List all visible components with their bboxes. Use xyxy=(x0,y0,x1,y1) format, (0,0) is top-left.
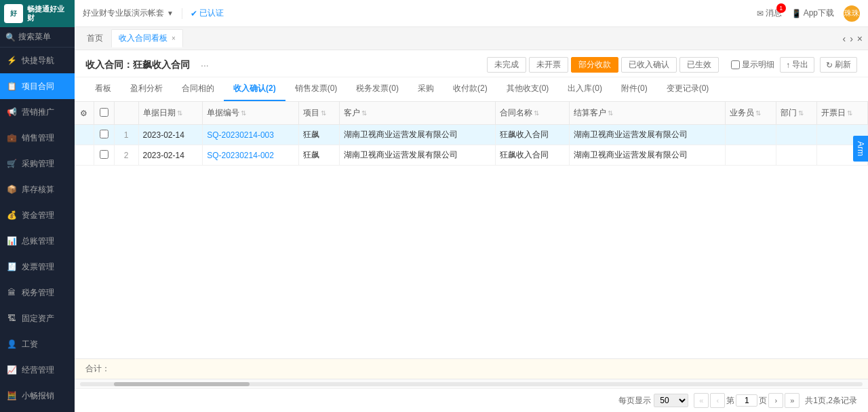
col-checkbox[interactable] xyxy=(94,102,114,125)
sidebar-item-general[interactable]: 📊 总账管理 xyxy=(0,228,75,254)
sort-customer-icon[interactable]: ⇅ xyxy=(361,109,367,117)
subtab-purchase[interactable]: 采购 xyxy=(408,77,443,101)
subtab-other[interactable]: 其他收支(0) xyxy=(497,77,559,101)
more-options-button[interactable]: ··· xyxy=(197,60,213,71)
col-invoice-date[interactable]: 开票日⇅ xyxy=(816,102,867,125)
sidebar-item-ops[interactable]: 📈 经营管理 xyxy=(0,357,75,383)
subtab-contract[interactable]: 合同相的 xyxy=(172,77,224,101)
row-number[interactable]: SQ-20230214-002 xyxy=(203,145,299,166)
row-check[interactable] xyxy=(94,145,114,166)
table-row[interactable]: 1 2023-02-14 SQ-20230214-003 狂飙 湖南卫视商业运营… xyxy=(75,125,868,145)
subtab-sales-invoice[interactable]: 销售发票(0) xyxy=(285,77,347,101)
row-department xyxy=(776,125,817,145)
sidebar-item-label: 发票管理 xyxy=(22,261,54,273)
col-setting[interactable]: ⚙ xyxy=(75,102,94,125)
row-contract: 狂飙收入合同 xyxy=(496,125,569,145)
right-panel-button[interactable]: Arm xyxy=(853,136,868,162)
sidebar-item-inventory[interactable]: 📦 库存核算 xyxy=(0,176,75,202)
subtab-attachment[interactable]: 附件(0) xyxy=(612,77,657,101)
user-profile[interactable]: 珠珠 xyxy=(844,5,860,22)
sidebar-item-hr[interactable]: 👤 工资 xyxy=(0,331,75,357)
col-project[interactable]: 项目⇅ xyxy=(299,102,340,125)
row-checkbox[interactable] xyxy=(100,130,108,138)
sort-final-customer-icon[interactable]: ⇅ xyxy=(608,109,613,117)
status-btn-effective[interactable]: 已生效 xyxy=(679,57,719,73)
col-customer[interactable]: 客户⇅ xyxy=(340,102,496,125)
company-selector[interactable]: 好业财专业版演示帐套 ▼ xyxy=(83,7,174,19)
scroll-bar-area[interactable] xyxy=(75,379,868,388)
table-row[interactable]: 2 2023-02-14 SQ-20230214-002 狂飙 湖南卫视商业运营… xyxy=(75,145,868,166)
sort-salesperson-icon[interactable]: ⇅ xyxy=(755,109,761,117)
tab-prev-icon[interactable]: ‹ xyxy=(842,33,846,44)
sidebar-item-report[interactable]: 🧮 小畅报销 xyxy=(0,383,75,409)
col-number[interactable]: 单据编号⇅ xyxy=(203,102,299,125)
first-page-button[interactable]: « xyxy=(694,393,709,408)
tab-close-icon[interactable]: × xyxy=(172,35,176,42)
subtab-warehouse[interactable]: 出入库(0) xyxy=(558,77,612,101)
col-salesperson[interactable]: 业务员⇅ xyxy=(725,102,776,125)
sidebar-item-project[interactable]: 📋 项目合同 xyxy=(0,73,75,99)
row-checkbox[interactable] xyxy=(100,150,108,159)
sidebar-item-tax[interactable]: 🏛 税务管理 xyxy=(0,280,75,305)
marketing-icon: 📢 xyxy=(5,106,18,118)
app-download-label: App下载 xyxy=(804,7,834,19)
content-area: 收入合同：狂飙收入合同 ··· 未完成 未开票 部分收款 已收入确认 已生效 显… xyxy=(75,50,868,412)
subtab-board[interactable]: 看板 xyxy=(85,77,121,101)
row-check[interactable] xyxy=(94,125,114,145)
tab-home[interactable]: 首页 xyxy=(80,30,110,47)
subtab-revenue-confirm[interactable]: 收入确认(2) xyxy=(224,77,285,101)
page-input[interactable] xyxy=(736,394,757,407)
select-all-checkbox[interactable] xyxy=(100,108,108,117)
sort-department-icon[interactable]: ⇅ xyxy=(798,109,804,117)
last-page-button[interactable]: » xyxy=(785,393,800,408)
subtab-tax-invoice[interactable]: 税务发票(0) xyxy=(347,77,408,101)
row-number[interactable]: SQ-20230214-003 xyxy=(203,125,299,145)
sort-invoice-date-icon[interactable]: ⇅ xyxy=(847,109,852,117)
tab-contract-board[interactable]: 收入合同看板 × xyxy=(111,29,183,48)
per-page-dropdown[interactable]: 20 50 100 xyxy=(654,394,688,407)
sidebar-item-quick-nav[interactable]: ⚡ 快捷导航 xyxy=(0,48,75,73)
sort-number-icon[interactable]: ⇅ xyxy=(241,109,246,117)
message-button[interactable]: ✉ 消息 1 xyxy=(757,7,782,19)
prev-page-button[interactable]: ‹ xyxy=(710,393,725,408)
sidebar-item-purchase[interactable]: 🛒 采购管理 xyxy=(0,151,75,176)
refresh-button[interactable]: ↻ 刷新 xyxy=(820,57,857,73)
sidebar-item-sales[interactable]: 💼 销售管理 xyxy=(0,125,75,151)
subtab-profit[interactable]: 盈利分析 xyxy=(121,77,172,101)
scroll-thumb[interactable] xyxy=(114,382,250,386)
row-number-link[interactable]: SQ-20230214-003 xyxy=(207,130,274,140)
sidebar-item-assets[interactable]: 🏗 固定资产 xyxy=(0,305,75,331)
sort-project-icon[interactable]: ⇅ xyxy=(321,109,326,117)
check-icon: ✔ xyxy=(191,9,197,18)
sidebar-item-marketing[interactable]: 📢 营销推广 xyxy=(0,99,75,125)
sidebar-item-label: 固定资产 xyxy=(22,313,54,324)
sidebar-item-funds[interactable]: 💰 资金管理 xyxy=(0,202,75,228)
status-btn-incomplete[interactable]: 未完成 xyxy=(487,57,526,73)
status-btn-uninvoiced[interactable]: 未开票 xyxy=(529,57,568,73)
sidebar-item-label: 经营管理 xyxy=(22,364,54,376)
next-page-button[interactable]: › xyxy=(768,393,783,408)
app-download-button[interactable]: 📱 App下载 xyxy=(791,7,834,19)
tab-next-icon[interactable]: › xyxy=(850,33,853,44)
show-detail-toggle[interactable]: 显示明细 xyxy=(731,59,774,71)
show-detail-checkbox[interactable] xyxy=(731,60,740,69)
col-department[interactable]: 部门⇅ xyxy=(776,102,817,125)
col-contract[interactable]: 合同名称⇅ xyxy=(496,102,569,125)
sort-contract-icon[interactable]: ⇅ xyxy=(534,109,539,117)
page-title: 收入合同：狂飙收入合同 xyxy=(85,59,190,71)
sidebar-item-invoice[interactable]: 🧾 发票管理 xyxy=(0,254,75,280)
sidebar-item-basic[interactable]: ⚙ 基础信息 xyxy=(0,409,75,412)
status-btn-partial[interactable]: 部分收款 xyxy=(571,57,618,73)
subtab-changes[interactable]: 变更记录(0) xyxy=(657,77,719,101)
row-number-link[interactable]: SQ-20230214-002 xyxy=(207,151,274,160)
sort-date-icon[interactable]: ⇅ xyxy=(177,109,182,117)
status-btn-confirmed[interactable]: 已收入确认 xyxy=(621,57,677,73)
subtab-payment[interactable]: 收付款(2) xyxy=(443,77,497,101)
export-button[interactable]: ↑ 导出 xyxy=(780,57,814,73)
tab-close-all-icon[interactable]: × xyxy=(857,33,863,44)
sidebar-search[interactable]: 🔍 搜索菜单 xyxy=(0,27,75,48)
col-date[interactable]: 单据日期⇅ xyxy=(138,102,203,125)
scroll-track[interactable] xyxy=(80,382,863,386)
col-final-customer[interactable]: 结算客户⇅ xyxy=(569,102,725,125)
page-size-select[interactable]: 每页显示 20 50 100 xyxy=(618,394,688,407)
